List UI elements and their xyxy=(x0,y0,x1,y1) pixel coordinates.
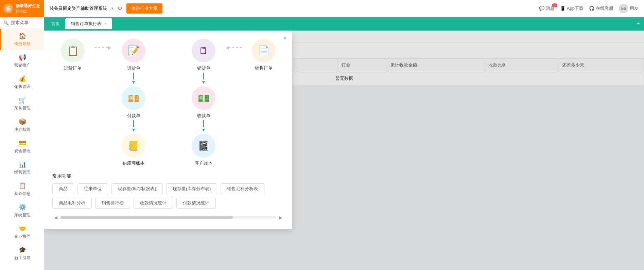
user-action[interactable]: Ea 用友 xyxy=(619,4,639,13)
operations-icon: 📊 xyxy=(19,161,26,168)
enterprise-icon: 🤝 xyxy=(19,225,26,232)
common-btn-stock-status[interactable]: 现存量(库存状况表) xyxy=(111,183,163,194)
supplier-ledger-circle: 📒 xyxy=(122,134,145,158)
receipt-bill-label: 收款单 xyxy=(197,113,210,119)
sidebar-nav: 🏠 快捷导航 📢 营销推广 💰 销售管理 🛒 采购管理 📦 库存核算 💳 xyxy=(0,29,44,270)
sidebar-logo: 畅 畅康通好生意 标准版 xyxy=(0,0,44,17)
tabbar: 首页 销售订单执行表 × + xyxy=(44,17,644,31)
arrow-down-icon-4: ▼ xyxy=(201,127,206,132)
marketing-icon: 📢 xyxy=(19,54,26,61)
sidebar: 畅 畅康通好生意 标准版 🔍 搜索菜单 🏠 快捷导航 📢 营销推广 💰 销售管理 xyxy=(0,0,44,270)
sidebar-item-finance[interactable]: 💳 资金管理 xyxy=(0,136,44,157)
message-action[interactable]: 💬 消息 6 xyxy=(539,5,555,12)
newuser-icon: 🎓 xyxy=(19,246,26,254)
sidebar-item-label: 经营管理 xyxy=(14,169,31,175)
receipt-bill-node[interactable]: 💵 收款单 xyxy=(183,86,224,119)
supplier-ledger-node[interactable]: 📒 供应商账本 xyxy=(113,134,154,166)
online-service-action[interactable]: 🎧 在线客服 xyxy=(589,5,613,12)
settings-icon[interactable]: ⚙ xyxy=(118,5,122,12)
common-btn-payment-stat[interactable]: 付款情况统计 xyxy=(176,198,216,209)
tab-home[interactable]: 首页 xyxy=(46,18,65,29)
sidebar-item-sales[interactable]: 💰 销售管理 xyxy=(0,72,44,93)
scrollbar-thumb[interactable] xyxy=(60,216,233,219)
sidebar-item-system[interactable]: ⚙️ 系统管理 xyxy=(0,200,44,221)
purchase-icon: 🛒 xyxy=(19,96,26,104)
purchase-bill-node[interactable]: 📝 进货单 xyxy=(113,39,154,71)
customer-ledger-label: 客户账本 xyxy=(195,160,212,166)
payment-bill-circle: 💴 xyxy=(122,86,145,110)
logo-text: 畅康通好生意 标准版 xyxy=(16,3,40,14)
sidebar-item-basic[interactable]: 📋 基础信息 xyxy=(0,179,44,200)
sidebar-item-newuser[interactable]: 🎓 新手引导 xyxy=(0,243,44,264)
sidebar-item-quick[interactable]: 🏠 快捷导航 xyxy=(0,29,44,50)
arrow-right-icon: ▶ xyxy=(108,45,112,50)
arrow-down-icon-3: ▼ xyxy=(131,127,136,132)
common-btn-sales-profit[interactable]: 销售毛利分析表 xyxy=(221,183,264,194)
sidebar-item-enterprise[interactable]: 🤝 企业协同 xyxy=(0,221,44,243)
tab-close-icon[interactable]: × xyxy=(104,21,107,26)
customer-ledger-node[interactable]: 📓 客户账本 xyxy=(183,134,224,166)
inventory-icon: 📦 xyxy=(19,118,26,125)
purchase-order-node[interactable]: 📋 进货订单 xyxy=(52,39,93,71)
basic-icon: 📋 xyxy=(19,182,26,190)
message-badge: 6 xyxy=(552,3,557,7)
dropdown-arrow-icon: ▾ xyxy=(111,6,114,11)
supplier-ledger-label: 供应商账本 xyxy=(123,160,145,166)
common-btn-partner[interactable]: 往来单位 xyxy=(77,183,108,194)
tab-add-icon[interactable]: + xyxy=(633,20,643,28)
modal-overlay: × 📋 进货订单 xyxy=(44,31,644,270)
sidebar-item-purchase[interactable]: 🛒 采购管理 xyxy=(0,93,44,114)
scrollbar-track[interactable] xyxy=(60,216,276,219)
common-btn-goods[interactable]: 商品 xyxy=(52,183,74,194)
modal-close-button[interactable]: × xyxy=(283,35,287,42)
download-icon: 📱 xyxy=(560,6,565,11)
service-icon: 🎧 xyxy=(589,6,594,11)
common-buttons: 商品 往来单位 现存量(库存状况表) 现存量(库存分布表) 销售毛利分析表 商品… xyxy=(52,183,284,209)
purchase-bill-circle: 📝 xyxy=(122,39,145,62)
purchase-order-circle: 📋 xyxy=(61,39,85,62)
sales-icon: 💰 xyxy=(19,75,26,83)
sale-order-circle: 📄 xyxy=(252,39,276,62)
supplier-ledger-icon: 📒 xyxy=(128,140,140,151)
sale-bill-node[interactable]: 🗒 销货单 xyxy=(183,39,224,71)
common-btn-sales-rank[interactable]: 销售排行榜 xyxy=(95,198,130,209)
sidebar-item-label: 采购管理 xyxy=(14,105,31,111)
arrow-down-icon-1: ▼ xyxy=(131,79,136,85)
sale-bill-col: 🗒 销货单 ▼ 💵 xyxy=(183,39,224,166)
scroll-right-btn[interactable]: ▶ xyxy=(277,214,284,221)
arrow-v-1: ▼ xyxy=(131,73,136,85)
system-icon: ⚙️ xyxy=(19,203,26,211)
sidebar-search[interactable]: 🔍 搜索菜单 xyxy=(0,17,44,29)
tab-sales-execution[interactable]: 销售订单执行表 × xyxy=(65,18,112,29)
sale-bill-circle: 🗒 xyxy=(192,39,215,62)
payment-bill-label: 付款单 xyxy=(127,113,140,119)
payment-bill-node[interactable]: 💴 付款单 xyxy=(113,86,154,119)
purchase-order-icon: 📋 xyxy=(67,45,79,56)
app-download-action[interactable]: 📱 App下载 xyxy=(560,5,584,12)
sale-order-node[interactable]: 📄 销售订单 xyxy=(243,39,284,71)
sidebar-item-label: 快捷导航 xyxy=(14,41,31,47)
app-download-label: App下载 xyxy=(567,5,584,12)
common-btn-receipt-stat[interactable]: 收款情况统计 xyxy=(134,198,173,209)
sidebar-item-marketing[interactable]: 📢 营销推广 xyxy=(0,50,44,72)
common-btn-stock-dist[interactable]: 现存量(库存分布表) xyxy=(166,183,217,194)
sidebar-item-label: 企业协同 xyxy=(14,234,31,239)
arrow-down-icon-2: ▼ xyxy=(201,79,206,85)
user-label: 用友 xyxy=(630,5,639,12)
sidebar-item-operations[interactable]: 📊 经营管理 xyxy=(0,157,44,179)
modal-quicknav: × 📋 进货订单 xyxy=(44,31,292,229)
scroll-left-btn[interactable]: ◀ xyxy=(52,214,59,221)
common-btn-goods-profit[interactable]: 商品毛利分析 xyxy=(52,198,92,209)
tab-sales-label: 销售订单执行表 xyxy=(71,21,102,27)
sale-order-col: 📄 销售订单 xyxy=(243,39,284,71)
sidebar-item-label: 销售管理 xyxy=(14,84,31,90)
sale-bill-label: 销货单 xyxy=(197,65,210,71)
topbar-actions: 💬 消息 6 📱 App下载 🎧 在线客服 Ea 用友 xyxy=(539,4,639,13)
quick-icon: 🏠 xyxy=(19,32,26,40)
arrow-h-1: ▶ xyxy=(94,45,112,50)
sale-order-label: 销售订单 xyxy=(255,65,273,71)
sidebar-item-inventory[interactable]: 📦 库存核算 xyxy=(0,114,44,136)
experience-button[interactable]: 体验行业方案 xyxy=(126,3,162,14)
svg-text:畅: 畅 xyxy=(6,6,11,11)
customer-ledger-circle: 📓 xyxy=(192,134,215,158)
